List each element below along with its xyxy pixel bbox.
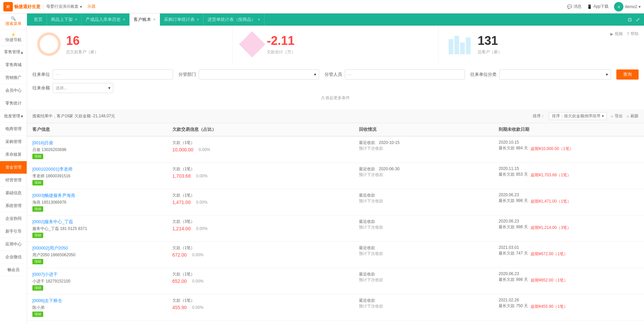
store-selector[interactable]: 母婴行业演示账套 ▾ bbox=[43, 4, 85, 9]
collapse-label: 收起更多条件 bbox=[326, 95, 350, 100]
search-menu-button[interactable]: 🔍 搜索菜单 bbox=[0, 13, 27, 30]
recovery-last: 最近收款 2020-06-30 bbox=[359, 166, 499, 172]
customer-tag: 现销 bbox=[32, 233, 43, 238]
download-icon: 📱 bbox=[587, 4, 592, 9]
tab-purchase-order-stats[interactable]: 采购订单统计表 × bbox=[160, 13, 203, 26]
quick-nav-button[interactable]: ⚡ 快捷导航 bbox=[0, 30, 27, 46]
sidebar-item-retail-mall[interactable]: 零售商城 bbox=[0, 59, 27, 71]
nav-text[interactable]: 示愿 bbox=[87, 4, 95, 9]
sidebar-item-collaboration[interactable]: 企业协同 bbox=[0, 212, 27, 225]
sidebar-item-member-plus[interactable]: 畅会员 bbox=[0, 264, 27, 276]
overdue-amount[interactable]: 超期¥10,000.00（1笔） bbox=[531, 146, 573, 152]
customer-name-link[interactable]: [0016]吕俊 bbox=[32, 140, 172, 146]
message-label: 消息 bbox=[573, 4, 582, 9]
filter-person: 分管人员 ··· bbox=[325, 69, 465, 80]
video-button[interactable]: ▶ 视频 bbox=[610, 31, 623, 37]
sidebar-item-label: 系统管理 bbox=[5, 203, 22, 208]
source-category-select[interactable]: ▾ bbox=[499, 69, 611, 80]
customer-name-link[interactable]: [000002]用户2050 bbox=[32, 245, 172, 251]
sidebar-item-wechat[interactable]: 企业微信 bbox=[0, 251, 27, 264]
customer-name-link[interactable]: [0003]畅捷服务尹海燕 bbox=[32, 193, 172, 199]
overdue-amount[interactable]: 超期¥1,703.68（1笔） bbox=[531, 172, 571, 178]
sidebar-item-purchasing[interactable]: 采购管理 bbox=[0, 136, 27, 148]
overdue-amount[interactable]: 超期¥672.00（1笔） bbox=[531, 251, 568, 257]
user-chevron-icon: ▾ bbox=[639, 4, 641, 9]
source-unit-input[interactable]: ··· bbox=[53, 69, 173, 80]
debt-count: 欠款（1笔） bbox=[172, 298, 359, 303]
customer-tag: 现销 bbox=[32, 180, 43, 185]
stat-icon-building bbox=[449, 34, 472, 54]
balance-select[interactable]: 选择... ▾ bbox=[53, 83, 113, 93]
tab-action-fullscreen[interactable]: ⤢ bbox=[635, 17, 641, 22]
sidebar-item-operations[interactable]: 经营管理 bbox=[0, 174, 27, 187]
filter-person-label: 分管人员 bbox=[325, 71, 342, 78]
avatar: d bbox=[614, 2, 623, 11]
tab-product-listing[interactable]: 商品上下架 × bbox=[47, 13, 82, 26]
filter-source-category-label: 往来单位分类 bbox=[470, 71, 497, 78]
debt-ratio: 0.00% bbox=[192, 253, 204, 257]
debt-count: 欠款（3笔） bbox=[172, 219, 359, 225]
col-header-debt: 欠款交易信息（占比） bbox=[172, 126, 359, 132]
overdue-days: 最长欠款 853 天 bbox=[499, 172, 528, 177]
debt-count: 欠款（1笔） bbox=[172, 193, 359, 198]
app-download-button[interactable]: 📱 App下载 bbox=[587, 4, 609, 9]
tab-home[interactable]: 首页 bbox=[30, 13, 47, 26]
recovery-next: 预计下次收款 bbox=[359, 303, 499, 309]
sidebar-item-label: 零售商城 bbox=[5, 62, 22, 67]
video-icon: ▶ bbox=[610, 32, 613, 36]
customer-name-link[interactable]: [0006]去下粮仓 bbox=[32, 298, 172, 304]
sidebar-item-basic-info[interactable]: 基础信息 bbox=[0, 187, 27, 200]
debt-ratio: 0.00% bbox=[199, 147, 210, 152]
overdue-amount[interactable]: 超期¥652.00（1笔） bbox=[531, 277, 568, 283]
sidebar-item-label: 畅会员 bbox=[7, 267, 20, 272]
customer-name-link[interactable]: [0007]小进干 bbox=[32, 271, 172, 277]
refresh-label: 刷新 bbox=[631, 113, 639, 119]
quick-nav-icon: ⚡ bbox=[3, 32, 24, 37]
overdue-date: 2020.10.15 bbox=[499, 140, 639, 145]
stat-label-overdue-amount: 欠款合计（万） bbox=[267, 49, 428, 55]
tab-product-inbound-history[interactable]: 产成品入库单历史 × bbox=[82, 13, 130, 26]
sidebar-item-new-guide[interactable]: 新手引导 bbox=[0, 225, 27, 238]
sidebar-item-system[interactable]: 系统管理 bbox=[0, 200, 27, 212]
sidebar-item-wholesale-management[interactable]: 批发管理 ▾ bbox=[0, 110, 27, 123]
sidebar-item-retail-stats[interactable]: 零售统计 bbox=[0, 97, 27, 110]
customer-phone: 吕俊 13026203696 bbox=[32, 147, 172, 153]
close-icon[interactable]: × bbox=[153, 17, 156, 22]
refresh-button[interactable]: ○ 刷新 bbox=[627, 113, 639, 119]
debt-count: 欠款（1笔） bbox=[172, 245, 359, 251]
close-icon[interactable]: × bbox=[197, 17, 199, 22]
collapse-filters-button[interactable]: ⋀ 收起更多条件 bbox=[32, 93, 639, 103]
results-bar: 搜索结果中，客户16家 欠款金额 -21,148.07元 排序： 排序：按欠款金… bbox=[27, 110, 644, 123]
close-icon[interactable]: × bbox=[75, 17, 77, 22]
message-button[interactable]: 💬 消息 bbox=[567, 4, 582, 9]
video-label: 视频 bbox=[615, 31, 623, 37]
sidebar-item-members[interactable]: 会员中心 bbox=[0, 84, 27, 97]
tab-purchase-stats-by-product[interactable]: 进货单统计表（按商品） × bbox=[203, 13, 264, 26]
overdue-amount[interactable]: 超期¥1,214.00（3笔） bbox=[531, 225, 571, 231]
overdue-amount[interactable]: 超期¥1,471.00（1笔） bbox=[531, 199, 571, 204]
customer-name-link[interactable]: [0001020001]李老师 bbox=[32, 166, 172, 172]
search-button[interactable]: 查询 bbox=[616, 69, 639, 80]
department-select[interactable]: ▾ bbox=[199, 69, 319, 80]
col-header-overdue: 到期未收款日期 bbox=[499, 126, 639, 132]
overdue-amount[interactable]: 超期¥455.90（1笔） bbox=[531, 304, 568, 310]
overdue-days: 最长欠款 998 天 bbox=[499, 198, 528, 204]
person-input[interactable]: ··· bbox=[345, 69, 465, 80]
sidebar-item-finance[interactable]: 资金管理 bbox=[0, 161, 27, 174]
sidebar-item-app-center[interactable]: 应用中心 bbox=[0, 238, 27, 251]
close-icon[interactable]: × bbox=[123, 17, 125, 22]
sidebar-item-marketing[interactable]: 营销推广 bbox=[0, 71, 27, 84]
sidebar-item-inventory[interactable]: 库存核算 bbox=[0, 148, 27, 161]
tab-customer-ledger[interactable]: 客户账本 × bbox=[130, 13, 160, 26]
export-button[interactable]: ○ 导出 bbox=[611, 113, 623, 119]
chevron-down-icon: ▾ bbox=[602, 114, 604, 118]
close-icon[interactable]: × bbox=[258, 17, 260, 22]
customer-name-link[interactable]: [0002]服务中心_丁磊 bbox=[32, 219, 172, 225]
sidebar-item-retail-management[interactable]: 零售管理 ▴ bbox=[0, 46, 27, 59]
tab-action-restore[interactable]: ⊡ bbox=[626, 17, 633, 22]
sidebar-item-ecommerce[interactable]: 电商管理 bbox=[0, 123, 27, 136]
user-menu[interactable]: d demo2 ▾ bbox=[614, 2, 641, 11]
table-row: [000002]用户2050 用户2050 18665062050 现销 欠款（… bbox=[27, 242, 644, 268]
sort-select[interactable]: 排序：按欠款金额倒序排序 ▾ bbox=[549, 112, 607, 120]
help-button[interactable]: ? 帮助 bbox=[627, 31, 639, 37]
